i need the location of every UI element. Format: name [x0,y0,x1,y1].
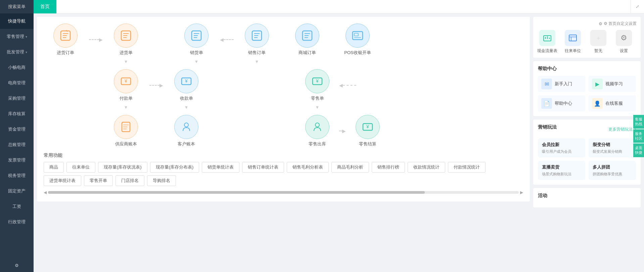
flow-label-sales: 销货单 [190,50,203,56]
sidebar: 快捷导航 零售管理 ▾ 批发管理 ▾ 小畅电商 电商管理 采购管理 库存核算 资… [0,13,34,272]
flow-node-retail-out[interactable]: 零售出库 [295,115,339,147]
card-group-desc: 拼团购物享受优惠 [593,172,632,177]
marketing-more[interactable]: 更多营销玩法 > [608,127,636,132]
quick-icon-settings[interactable]: ⚙ 设置 [614,30,634,54]
btn-store-rank[interactable]: 门店排名 [116,175,144,186]
btn-partners[interactable]: 往来单位 [66,162,95,173]
arrow-2: ◀ [218,37,235,42]
flow-label-sales-order: 销售订单 [248,50,266,56]
help-item-video[interactable]: ▶ 视频学习 [589,76,636,92]
flow-label-supplier-book: 供应商账本 [115,141,137,147]
quick-icon-cashflow[interactable]: 现金流量表 [537,30,557,54]
btn-sales-stat[interactable]: 销货单统计表 [202,162,239,173]
btn-purchase-stat[interactable]: 进货单统计表 [44,175,81,186]
help-center-icon: 📄 [541,98,552,109]
service-icon: 👤 [592,98,603,109]
sidebar-item-tax[interactable]: 税务管理 [0,168,34,183]
sidebar-item-retail[interactable]: 零售管理 ▾ [0,29,34,44]
flow-node-pos[interactable]: POS收银开单 [336,24,379,56]
flow-node-receipt[interactable]: ¥ 收款单 [165,69,208,101]
btn-goods-profit[interactable]: 商品毛利分析 [331,162,369,173]
flow-node-purchase[interactable]: 进货单 [104,24,148,56]
float-btn-service[interactable]: 客服热线 [633,115,644,129]
flow-node-retail-settle[interactable]: ¥ 零售结算 [346,115,389,147]
card-live-desc: 场景式购物新玩法 [542,172,581,177]
quick-icon-partners[interactable]: 往来单位 [563,30,583,54]
sidebar-item-quicknav[interactable]: 快捷导航 [0,13,34,29]
sidebar-item-ledger[interactable]: 总账管理 [0,137,34,152]
scroll-left[interactable]: ◀ [44,190,47,195]
sidebar-item-ecom[interactable]: 小畅电商 [0,60,34,75]
card-fission-title: 裂变分销 [593,142,632,148]
svg-rect-41 [569,35,577,41]
help-item-help[interactable]: 📄 帮助中心 [538,95,585,111]
partners-label: 往来单位 [565,48,581,54]
help-center-label: 帮助中心 [555,100,572,106]
sidebar-settings[interactable]: ⚙ [0,259,34,272]
sidebar-item-wholesale[interactable]: 批发管理 ▾ [0,44,34,60]
flow-label-purchase-order: 进货订单 [57,50,74,56]
customize-settings[interactable]: ⚙ ⚙ 首页自定义设置 [537,21,637,27]
btn-goods[interactable]: 商品 [44,162,64,173]
help-item-service[interactable]: 👤 在线客服 [589,95,636,111]
btn-stock2[interactable]: 现存量(库存分布表) [150,162,199,173]
marketing-card-fission[interactable]: 裂变分销 裂变式发展分销商 [589,138,636,157]
marketing-card-group[interactable]: 多人拼团 拼团购物享受优惠 [589,161,636,180]
v2-arrow-receipt: ▼ [165,105,208,110]
scroll-right[interactable]: ▶ [520,190,523,195]
beginner-label: 新手入门 [555,81,572,87]
scroll-bar: ◀ ▶ [44,190,523,195]
sidebar-item-ecommgmt[interactable]: 电商管理 [0,75,34,91]
btn-payment-stat[interactable]: 付款情况统计 [448,162,486,173]
quick-icon-none[interactable]: ＋ 暂无 [588,30,608,54]
sidebar-item-finance[interactable]: 资金管理 [0,122,34,137]
btn-guide-rank[interactable]: 导购排名 [147,175,176,186]
gear-icon: ⚙ [599,21,602,26]
btn-sales-rank[interactable]: 销售排行榜 [372,162,405,173]
marketing-card-member[interactable]: 会员拉新 吸引用户成为会员 [538,138,585,157]
flow-node-supplier-book[interactable]: 供应商账本 [104,115,148,147]
svg-rect-21 [354,33,358,36]
flow-label-retail-settle: 零售结算 [359,141,376,147]
flow-node-customer-book[interactable]: 客户账本 [165,115,208,147]
search-menu[interactable]: 搜索菜单 [0,0,34,13]
none-icon-box: ＋ [590,30,606,46]
sidebar-item-invoice[interactable]: 发票管理 [0,152,34,168]
marketing-card-live[interactable]: 直播卖货 场景式购物新玩法 [538,161,585,180]
btn-sales-order-stat[interactable]: 销售订单统计表 [242,162,284,173]
float-buttons: 客服热线 服务社区 桌面快捷 [633,115,644,157]
sidebar-item-assets[interactable]: 固定资产 [0,183,34,199]
sidebar-item-salary[interactable]: 工资 [0,199,34,214]
btn-stock1[interactable]: 现存量(库存状况表) [98,162,147,173]
card-live-title: 直播卖货 [542,164,581,170]
activity-title: 活动 [538,193,636,199]
card-group-title: 多人拼团 [593,164,632,170]
help-title: 帮助中心 [538,66,636,72]
sidebar-item-admin[interactable]: 行政管理 [0,214,34,230]
flow-label-customer-book: 客户账本 [178,141,195,147]
row2-arrow: ▶ [148,83,165,88]
help-item-beginner[interactable]: ✉ 新手入门 [538,76,585,92]
btn-receipt-stat[interactable]: 收款情况统计 [408,162,445,173]
flow-node-sales-order[interactable]: 销售订单 [235,24,279,56]
cashflow-icon-box [539,30,555,46]
float-btn-community[interactable]: 服务社区 [633,129,644,143]
scroll-track[interactable] [48,191,519,194]
svg-point-33 [184,123,188,127]
flow-circle-customer-book [174,115,198,139]
float-btn-desktop[interactable]: 桌面快捷 [633,143,644,157]
flow-node-retail[interactable]: ¥ 零售单 [295,69,339,101]
sidebar-item-purchase[interactable]: 采购管理 [0,91,34,106]
tab-home[interactable]: 首页 [34,0,56,13]
btn-retail-open[interactable]: 零售开单 [84,175,113,186]
sidebar-item-inventory[interactable]: 库存核算 [0,106,34,122]
quick-nav-box: 进货订单 ▶ 进货单 [37,17,530,201]
flow-node-sales[interactable]: 销货单 [175,24,218,56]
flow-node-payment[interactable]: ¥ 付款单 [104,69,148,101]
expand-button[interactable]: ⤢ [631,0,644,13]
flow-node-purchase-order[interactable]: 进货订单 [44,24,87,56]
none-label: 暂无 [594,48,602,54]
marketing-title: 营销玩法 [538,124,557,130]
btn-gross-profit[interactable]: 销售毛利分析表 [287,162,329,173]
flow-node-mall-order[interactable]: 商城订单 [285,24,329,56]
